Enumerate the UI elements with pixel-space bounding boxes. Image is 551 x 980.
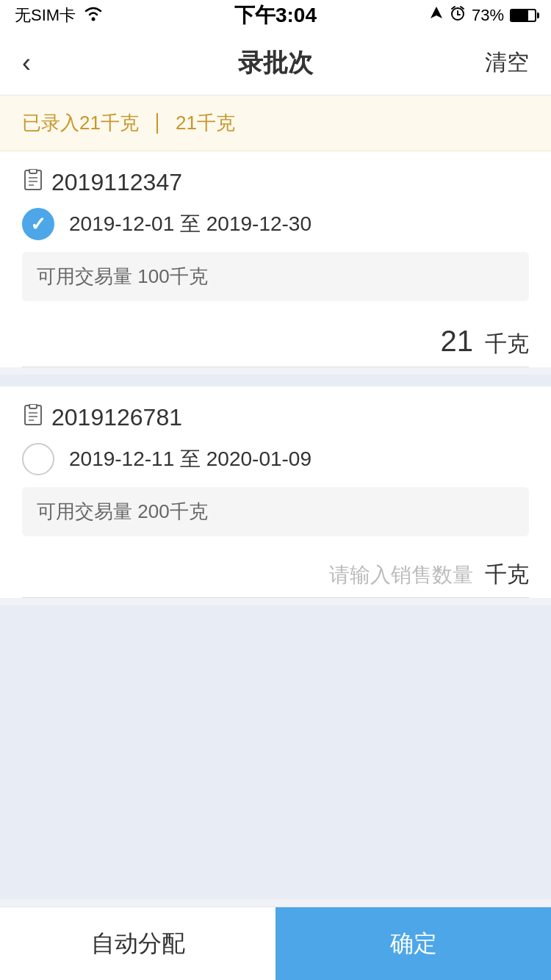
status-right: 73%: [429, 5, 536, 26]
batch2-header: 2019126781: [22, 404, 529, 431]
gray-area: [0, 605, 551, 899]
batch2-quantity-unit: 千克: [485, 560, 529, 590]
batch2-date: 2019-12-11 至 2020-01-09: [69, 445, 311, 473]
confirm-button[interactable]: 确定: [276, 907, 551, 980]
back-button[interactable]: ‹: [22, 48, 31, 79]
section-divider: [0, 375, 551, 386]
batch1-row[interactable]: 2019-12-01 至 2019-12-30: [22, 208, 529, 240]
batch1-header: 2019112347: [22, 169, 529, 196]
auto-distribute-button[interactable]: 自动分配: [0, 907, 276, 980]
batch1-radio[interactable]: [22, 208, 54, 240]
batch2-available: 可用交易量 200千克: [22, 487, 529, 536]
batch1-number: 2019112347: [51, 169, 182, 196]
location-icon: [429, 5, 444, 26]
carrier-label: 无SIM卡: [15, 4, 76, 26]
batch1-available: 可用交易量 100千克: [22, 252, 529, 301]
batch2-card: 2019126781 2019-12-11 至 2020-01-09 可用交易量…: [0, 386, 551, 598]
info-banner: 已录入21千克 21千克: [0, 96, 551, 151]
batch2-icon: [22, 404, 44, 431]
batch1-icon: [22, 169, 44, 196]
batch2-row[interactable]: 2019-12-11 至 2020-01-09: [22, 443, 529, 475]
status-left: 无SIM卡: [15, 4, 104, 26]
battery-percent: 73%: [472, 6, 504, 25]
status-bar: 无SIM卡 下午3:04 73%: [0, 0, 551, 31]
wifi-icon: [83, 5, 104, 26]
batch1-date: 2019-12-01 至 2019-12-30: [69, 210, 311, 238]
bottom-bar: 自动分配 确定: [0, 907, 551, 980]
nav-bar: ‹ 录批次 清空: [0, 31, 551, 96]
batch2-input-underline: [22, 597, 529, 598]
alarm-icon: [450, 5, 466, 26]
svg-rect-3: [29, 169, 37, 173]
batch1-quantity-value: 21: [441, 325, 474, 358]
batch2-radio[interactable]: [22, 443, 54, 475]
status-time: 下午3:04: [234, 1, 317, 29]
batch1-quantity-unit: 千克: [485, 329, 529, 359]
batch1-divider: [22, 367, 529, 367]
batch2-quantity-row[interactable]: 请输入销售数量 千克: [0, 548, 551, 590]
batch2-number: 2019126781: [51, 404, 182, 431]
batch1-card: 2019112347 2019-12-01 至 2019-12-30 可用交易量…: [0, 151, 551, 367]
page-title: 录批次: [238, 46, 313, 80]
svg-point-0: [92, 18, 96, 21]
clear-button[interactable]: 清空: [485, 48, 529, 78]
info-divider: [156, 113, 158, 134]
batch1-quantity-row: 21 千克: [0, 313, 551, 359]
batch2-quantity-placeholder: 请输入销售数量: [329, 561, 473, 589]
total-label: 21千克: [176, 110, 235, 136]
battery-icon: [510, 9, 536, 22]
recorded-label: 已录入21千克: [22, 110, 139, 136]
svg-rect-8: [29, 404, 37, 408]
